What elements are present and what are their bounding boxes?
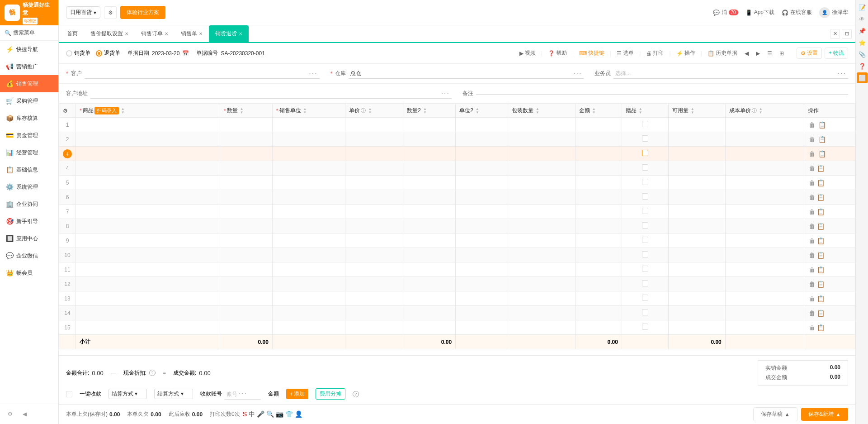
shortcut-btn[interactable]: ⌨ 快捷键 [577,48,606,58]
col-gear[interactable]: ⚙ [59,104,76,118]
industry-selector[interactable]: 日用百货 ▾ [66,6,100,19]
copy-row-btn[interactable]: 📋 [816,178,826,187]
available-sort[interactable]: ▲ ▼ [691,107,694,114]
setting-btn[interactable]: ⚙ ⚙ 设置 设置 [797,48,822,59]
price-sort[interactable]: ▲ ▼ [368,107,372,114]
video-btn[interactable]: ▶ 视频 [518,48,538,58]
tab-sale-price[interactable]: 售价提取设置 ✕ [84,25,135,43]
search-menu[interactable]: 🔍 搜索菜单 [0,25,58,41]
qty2-sort[interactable]: ▲ ▼ [423,107,427,114]
copy-row-btn[interactable]: 📋 [816,265,826,274]
settings-bottom-icon[interactable]: ⚙ [5,409,15,419]
unit-price-info-icon[interactable]: ⓘ [361,107,366,114]
delete-row-btn[interactable]: 🗑 [808,178,816,187]
delete-row-btn[interactable]: 🗑 [808,207,816,216]
sale-unit-cell[interactable] [272,118,345,132]
operation-btn[interactable]: ⚡ 操作 [675,48,697,58]
copy-row-btn[interactable]: 📋 [816,193,826,202]
pack-qty-cell[interactable] [508,132,575,147]
delete-row-btn[interactable]: 🗑 [808,193,816,202]
rp-attach-icon[interactable]: 📎 [857,49,868,60]
pack-qty-cell[interactable] [508,147,575,161]
sidebar-item-marketing[interactable]: 📢 营销推广 [0,58,58,75]
copy-row-btn[interactable]: 📋 [816,236,826,245]
tab-sale-out[interactable]: 销售单 ✕ [175,25,209,43]
add-payment-btn[interactable]: + 添加 [286,389,308,399]
copy-row-btn[interactable]: 📋 [816,309,826,318]
rp-star-icon[interactable]: ⭐ [857,37,868,48]
price-cell[interactable] [345,118,403,132]
cost-price-cell[interactable] [725,147,804,161]
rp-pin-icon[interactable]: 📌 [857,25,868,36]
unit2-cell[interactable] [456,147,508,161]
product-sort[interactable]: ▲ ▼ [121,107,125,114]
settle-method-select[interactable]: 结算方式 ▾ [108,389,147,399]
delete-row-btn[interactable]: 🗑 [808,164,816,173]
qty2-cell[interactable] [403,132,456,147]
qty-cell[interactable] [220,147,273,161]
warehouse-input[interactable]: 总仓 ··· [349,68,584,79]
add-row-btn[interactable]: + [63,149,72,158]
amount-sort[interactable]: ▲ ▼ [592,107,596,114]
cost-price-cell[interactable] [725,132,804,147]
app-download-btn[interactable]: 📱 App下载 [745,9,774,16]
delete-row-btn[interactable]: 🗑 [808,149,816,158]
cost-price-info-icon[interactable]: ⓘ [752,107,757,114]
available-cell[interactable] [668,118,725,132]
sale-unit-cell[interactable] [272,147,345,161]
radio-sale[interactable]: 销货单 [66,49,90,57]
sidebar-item-member[interactable]: 👑 畅会员 [0,264,58,281]
amount-cell[interactable] [575,118,622,132]
amount-cell[interactable] [575,147,622,161]
sidebar-item-corp[interactable]: 🏢 企业协同 [0,195,58,213]
customer-input[interactable]: ··· [85,68,320,79]
gift-sort[interactable]: ▲ ▼ [639,107,642,114]
copy-row-btn[interactable]: 📋 [817,120,827,129]
cost-price-cell[interactable] [725,118,804,132]
tab-home[interactable]: 首页 [61,25,84,43]
delete-row-btn[interactable]: 🗑 [808,309,816,318]
copy-row-btn[interactable]: 📋 [817,135,827,144]
online-service-btn[interactable]: 🎧 在线客服 [782,9,812,16]
gift-cell[interactable] [622,147,668,161]
experience-btn[interactable]: 体验行业方案 [120,6,165,19]
tab-sale-return[interactable]: 销货退货 ✕ [209,25,249,43]
delete-row-btn[interactable]: 🗑 [808,251,816,260]
delete-row-btn[interactable]: 🗑 [808,265,816,274]
delete-row-btn[interactable]: 🗑 [808,294,816,303]
fee-split-help-icon[interactable]: ? [353,391,359,397]
gift-cell[interactable] [622,118,668,132]
calendar-icon[interactable]: 📅 [182,50,189,57]
header-gear-icon[interactable]: ⚙ [104,6,117,19]
next-btn[interactable]: ▶ [754,49,762,57]
unit2-sort[interactable]: ▲ ▼ [476,107,479,114]
save-draft-btn[interactable]: 保存草稿 ▲ [753,407,797,421]
radio-return[interactable]: 退货单 [96,49,120,57]
delete-row-btn[interactable]: 🗑 [808,120,816,129]
tab-close-sale-order[interactable]: ✕ [165,31,168,36]
sidebar-item-shortcut[interactable]: ⚡ 快捷导航 [0,41,58,58]
summary-method-select[interactable]: 结算方式 ▾ [154,389,193,399]
copy-row-btn[interactable]: 📋 [816,323,826,332]
sidebar-item-finance[interactable]: 💳 资金管理 [0,127,58,144]
price-cell[interactable] [345,132,403,147]
amount-cell[interactable] [575,132,622,147]
delete-row-btn[interactable]: 🗑 [808,236,816,245]
delete-row-btn[interactable]: 🗑 [808,280,816,289]
close-tab-btn[interactable]: ✕ [830,29,840,39]
qty-cell[interactable] [220,132,273,147]
sale-unit-cell[interactable] [272,132,345,147]
cash-discount-help-icon[interactable]: ? [149,370,156,376]
sidebar-item-purchase[interactable]: 🛒 采购管理 [0,92,58,110]
qty2-cell[interactable] [403,147,456,161]
unit2-cell[interactable] [456,118,508,132]
price-cell[interactable] [345,147,403,161]
pack-sort[interactable]: ▲ ▼ [536,107,539,114]
sidebar-item-basic[interactable]: 📋 基础信息 [0,161,58,178]
unit-sort[interactable]: ▲ ▼ [303,107,307,114]
copy-row-btn[interactable]: 📋 [817,149,827,158]
copy-row-btn[interactable]: 📋 [816,222,826,231]
sidebar-item-apps[interactable]: 🔲 应用中心 [0,230,58,247]
copy-row-btn[interactable]: 📋 [816,251,826,260]
message-btn[interactable]: 💬 消 70 [713,9,738,16]
